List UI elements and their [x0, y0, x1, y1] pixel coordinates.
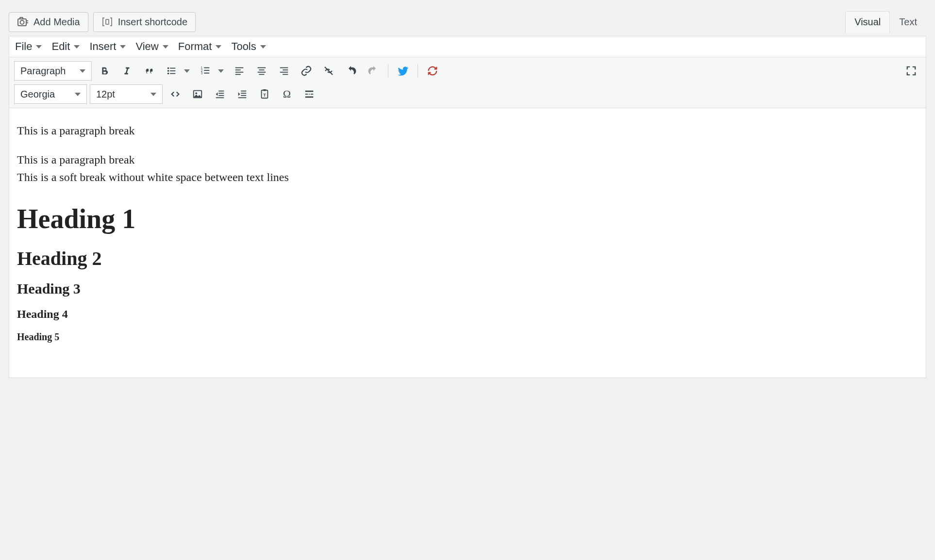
- image-button[interactable]: [188, 84, 207, 104]
- content-paragraph: This is a paragraph break: [17, 151, 918, 168]
- fullscreen-icon: [906, 66, 917, 76]
- italic-icon: [121, 66, 132, 76]
- toolbar-row-1: Paragraph: [14, 61, 921, 81]
- read-more-icon: [303, 89, 315, 99]
- redo-icon: [367, 65, 379, 77]
- toolbar-row-2: Georgia 12pt: [14, 84, 921, 104]
- svg-rect-23: [259, 74, 265, 75]
- add-media-button[interactable]: Add Media: [9, 12, 88, 32]
- font-family-select[interactable]: Georgia: [14, 84, 87, 104]
- svg-rect-31: [218, 93, 224, 94]
- chevron-down-icon: [260, 45, 266, 49]
- svg-rect-21: [259, 69, 265, 70]
- twitter-button[interactable]: [393, 61, 413, 81]
- refresh-button[interactable]: [423, 61, 442, 81]
- chevron-down-icon: [120, 45, 126, 49]
- italic-button[interactable]: [117, 61, 136, 81]
- svg-rect-34: [241, 91, 246, 92]
- svg-rect-39: [263, 89, 266, 91]
- svg-rect-27: [283, 74, 288, 75]
- content-softline: This is a soft break without white space…: [17, 168, 918, 186]
- font-family-value: Georgia: [20, 89, 55, 100]
- fullscreen-button[interactable]: [902, 61, 921, 81]
- font-size-select[interactable]: 12pt: [90, 84, 163, 104]
- svg-rect-19: [235, 74, 241, 75]
- refresh-icon: [427, 66, 438, 76]
- svg-rect-42: [305, 94, 308, 95]
- blockquote-button[interactable]: [139, 61, 159, 81]
- bulleted-list-button[interactable]: [162, 61, 181, 81]
- align-left-button[interactable]: [230, 61, 249, 81]
- menu-view[interactable]: View: [135, 40, 168, 53]
- svg-rect-32: [218, 95, 224, 96]
- undo-icon: [345, 65, 357, 77]
- unlink-icon: [323, 65, 334, 77]
- menu-file[interactable]: File: [15, 40, 42, 53]
- content-heading-2: Heading 2: [17, 247, 918, 270]
- content-heading-4: Heading 4: [17, 308, 918, 321]
- numbered-list-dropdown[interactable]: [215, 61, 227, 81]
- svg-rect-43: [309, 94, 310, 95]
- content-heading-5: Heading 5: [17, 331, 918, 343]
- align-center-icon: [256, 66, 267, 76]
- align-right-button[interactable]: [274, 61, 294, 81]
- svg-text:3: 3: [201, 71, 203, 75]
- source-code-icon: [169, 89, 181, 99]
- image-icon: [192, 89, 203, 99]
- paragraph-format-select[interactable]: Paragraph: [14, 61, 92, 81]
- numbered-list-button[interactable]: 123: [196, 61, 215, 81]
- read-more-button[interactable]: [300, 84, 319, 104]
- bold-button[interactable]: [95, 61, 114, 81]
- tab-visual[interactable]: Visual: [845, 11, 890, 33]
- align-right-icon: [279, 66, 289, 76]
- source-code-button[interactable]: [166, 84, 185, 104]
- link-button[interactable]: [297, 61, 316, 81]
- svg-rect-8: [170, 70, 175, 71]
- svg-point-5: [167, 70, 169, 72]
- shortcode-icon: [101, 16, 113, 27]
- outdent-button[interactable]: [210, 84, 230, 104]
- bulleted-list-icon: [166, 66, 177, 76]
- svg-rect-9: [170, 73, 175, 74]
- unlink-button[interactable]: [319, 61, 338, 81]
- special-char-button[interactable]: Ω: [277, 84, 297, 104]
- indent-button[interactable]: [233, 84, 252, 104]
- svg-point-1: [20, 20, 24, 24]
- camera-icon: [17, 16, 29, 27]
- editor-content[interactable]: This is a paragraph break This is a para…: [9, 108, 926, 378]
- svg-rect-20: [258, 67, 266, 68]
- svg-rect-30: [218, 91, 224, 92]
- align-center-button[interactable]: [252, 61, 271, 81]
- menu-insert[interactable]: Insert: [89, 40, 126, 53]
- menu-label: Format: [178, 40, 212, 53]
- svg-rect-3: [106, 19, 109, 24]
- svg-point-4: [167, 67, 169, 69]
- content-paragraph: This is a paragraph break: [17, 122, 918, 139]
- menu-edit[interactable]: Edit: [51, 40, 80, 53]
- menu-label: File: [15, 40, 32, 53]
- tab-text[interactable]: Text: [890, 11, 926, 33]
- insert-shortcode-button[interactable]: Insert shortcode: [93, 12, 196, 32]
- special-char-icon: Ω: [283, 88, 291, 100]
- menu-label: Tools: [231, 40, 256, 53]
- svg-rect-15: [204, 73, 209, 74]
- chevron-down-icon: [184, 69, 190, 73]
- align-left-icon: [234, 66, 245, 76]
- undo-button[interactable]: [341, 61, 361, 81]
- chevron-down-icon: [75, 93, 81, 96]
- menu-tools[interactable]: Tools: [231, 40, 266, 53]
- redo-button[interactable]: [364, 61, 383, 81]
- chevron-down-icon: [36, 45, 42, 49]
- menu-format[interactable]: Format: [178, 40, 222, 53]
- toolbar: Paragraph: [9, 57, 926, 108]
- svg-rect-16: [235, 67, 244, 68]
- editor-mode-tabs: Visual Text: [845, 11, 926, 33]
- menu-label: View: [135, 40, 158, 53]
- svg-rect-14: [204, 70, 209, 71]
- chevron-down-icon: [74, 45, 80, 49]
- paste-text-button[interactable]: T: [255, 84, 274, 104]
- menu-label: Insert: [89, 40, 116, 53]
- bulleted-list-dropdown[interactable]: [181, 61, 193, 81]
- toolbar-separator: [417, 64, 418, 78]
- link-icon: [301, 65, 312, 77]
